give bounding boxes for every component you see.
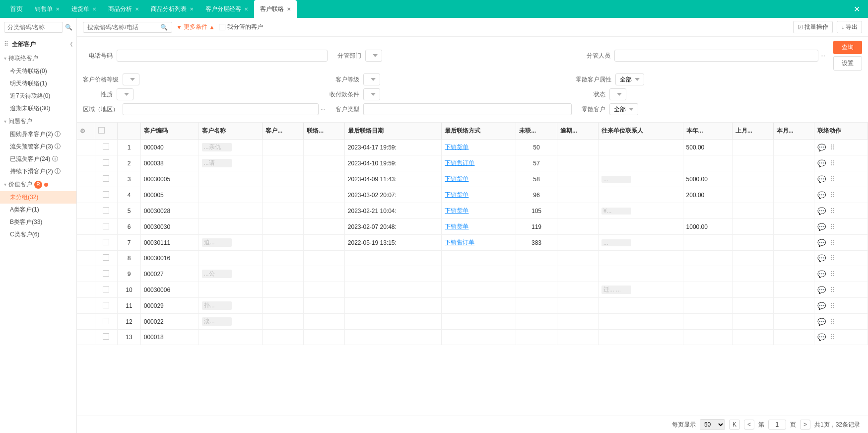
col-contact-header[interactable]: 联络... bbox=[303, 123, 344, 140]
page-input[interactable] bbox=[768, 420, 786, 430]
col-last-contact-method-header[interactable]: 最后联络方式 bbox=[442, 123, 516, 140]
row-checkbox[interactable] bbox=[103, 175, 109, 182]
close-icon[interactable]: ✕ bbox=[56, 6, 60, 12]
col-code-header[interactable]: 客户编码 bbox=[140, 123, 199, 140]
close-icon[interactable]: ✕ bbox=[190, 6, 194, 12]
customer-level-select[interactable] bbox=[363, 73, 380, 85]
price-level-select[interactable] bbox=[123, 73, 139, 85]
message-icon[interactable]: 💬 bbox=[817, 318, 826, 326]
nature-select[interactable] bbox=[117, 88, 134, 100]
col-not-contacted-header[interactable]: 未联... bbox=[516, 123, 557, 140]
export-button[interactable]: ↓ 导出 bbox=[837, 21, 862, 33]
col-overdue-header[interactable]: 逾期... bbox=[557, 123, 598, 140]
message-icon[interactable]: 💬 bbox=[817, 286, 826, 294]
message-icon[interactable]: 💬 bbox=[817, 191, 826, 199]
query-button[interactable]: 查询 bbox=[833, 41, 862, 54]
customer-type-input[interactable] bbox=[363, 103, 572, 115]
row-checkbox[interactable] bbox=[103, 302, 109, 308]
more-action-icon[interactable]: ⠿ bbox=[830, 191, 835, 199]
more-action-icon[interactable]: ⠿ bbox=[830, 144, 835, 151]
row-checkbox[interactable] bbox=[103, 270, 109, 277]
sidebar-group-problem[interactable]: ▾ 问题客户 bbox=[0, 115, 76, 128]
sidebar-group-pending[interactable]: ▾ 待联络客户 bbox=[0, 52, 76, 65]
nav-tab-customer-contact[interactable]: 客户联络 ✕ bbox=[254, 0, 297, 18]
more-action-icon[interactable]: ⠿ bbox=[830, 302, 835, 310]
contact-method-link[interactable]: 下销货单 bbox=[445, 223, 468, 230]
nav-tab-sales[interactable]: 销售单 ✕ bbox=[29, 0, 66, 18]
close-icon[interactable]: ✕ bbox=[287, 6, 291, 12]
sidebar-item-a-class[interactable]: A类客户(1) bbox=[0, 204, 76, 216]
row-checkbox[interactable] bbox=[103, 318, 109, 324]
more-action-icon[interactable]: ⠿ bbox=[830, 223, 835, 231]
more-icon[interactable]: ··· bbox=[820, 52, 825, 59]
col-contact-person-header[interactable]: 往来单位联系人 bbox=[598, 123, 683, 140]
sidebar-item-c-class[interactable]: C类客户(6) bbox=[0, 228, 76, 241]
col-type-header[interactable]: 客户... bbox=[263, 123, 304, 140]
close-icon[interactable]: ✕ bbox=[135, 6, 139, 12]
sidebar-group-value[interactable]: ▾ 价值客户 R bbox=[0, 178, 76, 191]
per-page-select[interactable]: 50 100 bbox=[700, 419, 725, 430]
message-icon[interactable]: 💬 bbox=[817, 254, 826, 262]
nav-tab-purchase[interactable]: 进货单 ✕ bbox=[66, 0, 102, 18]
contact-method-link[interactable]: 下销售订单 bbox=[445, 159, 474, 166]
message-icon[interactable]: 💬 bbox=[817, 270, 826, 278]
more-action-icon[interactable]: ⠿ bbox=[830, 254, 835, 262]
row-checkbox[interactable] bbox=[103, 254, 109, 261]
nav-home[interactable]: 首页 bbox=[4, 4, 29, 13]
col-this-month-header[interactable]: 本月... bbox=[773, 123, 814, 140]
row-checkbox[interactable] bbox=[103, 159, 109, 166]
message-icon[interactable]: 💬 bbox=[817, 302, 826, 310]
sidebar-all-customers[interactable]: ⠿ 全部客户 《 bbox=[0, 37, 76, 52]
manager-input[interactable] bbox=[614, 50, 818, 62]
nav-tab-product-analysis-list[interactable]: 商品分析列表 ✕ bbox=[145, 0, 200, 18]
contact-method-link[interactable]: 下销货单 bbox=[445, 175, 468, 182]
search-icon[interactable]: 🔍 bbox=[160, 24, 168, 31]
col-settings[interactable]: ⚙ bbox=[77, 123, 95, 140]
more-action-icon[interactable]: ⠿ bbox=[830, 270, 835, 278]
sidebar-item-churned[interactable]: 已流失客户(24) ⓘ bbox=[0, 153, 76, 165]
more-action-icon[interactable]: ⠿ bbox=[830, 239, 835, 247]
row-checkbox[interactable] bbox=[103, 191, 109, 198]
settings-icon[interactable]: ⚙ bbox=[80, 128, 85, 135]
select-all-checkbox[interactable] bbox=[98, 127, 105, 134]
message-icon[interactable]: 💬 bbox=[817, 159, 826, 167]
phone-input[interactable] bbox=[117, 50, 328, 62]
sidebar-search-input[interactable] bbox=[4, 22, 63, 33]
message-icon[interactable]: 💬 bbox=[817, 223, 826, 231]
sidebar-item-b-class[interactable]: B类客户(33) bbox=[0, 216, 76, 228]
reset-button[interactable]: 设置 bbox=[833, 56, 862, 71]
row-checkbox[interactable] bbox=[103, 239, 109, 245]
sidebar-item-tomorrow[interactable]: 明天待联络(1) bbox=[0, 77, 76, 90]
sidebar-item-abnormal[interactable]: 囤购异常客户(2) ⓘ bbox=[0, 128, 76, 141]
contact-method-link[interactable]: 下销货单 bbox=[445, 191, 468, 198]
more-action-icon[interactable]: ⠿ bbox=[830, 159, 835, 167]
region-input[interactable] bbox=[123, 103, 319, 115]
row-checkbox[interactable] bbox=[103, 333, 109, 340]
contact-method-link[interactable]: 下销货单 bbox=[445, 144, 468, 150]
collapse-button[interactable]: 《 bbox=[67, 41, 72, 48]
search-input[interactable] bbox=[87, 24, 160, 31]
row-checkbox[interactable] bbox=[103, 286, 109, 292]
nav-tab-product-analysis[interactable]: 商品分析 ✕ bbox=[102, 0, 145, 18]
window-close-button[interactable]: ✕ bbox=[850, 4, 864, 14]
col-last-contact-date-header[interactable]: 最后联络日期 bbox=[344, 123, 442, 140]
department-select[interactable] bbox=[365, 50, 382, 62]
close-icon[interactable]: ✕ bbox=[92, 6, 96, 12]
contact-method-link[interactable]: 下销货单 bbox=[445, 207, 468, 214]
my-customers-toggle[interactable]: 我分管的客户 bbox=[219, 23, 263, 31]
row-checkbox[interactable] bbox=[103, 207, 109, 214]
sidebar-item-churn-warning[interactable]: 流失预警客户(3) ⓘ bbox=[0, 141, 76, 153]
message-icon[interactable]: 💬 bbox=[817, 144, 826, 151]
message-icon[interactable]: 💬 bbox=[817, 175, 826, 183]
more-action-icon[interactable]: ⠿ bbox=[830, 333, 835, 341]
row-checkbox[interactable] bbox=[103, 144, 109, 150]
region-more-icon[interactable]: ··· bbox=[321, 106, 326, 113]
col-name-header[interactable]: 客户名称 bbox=[199, 123, 263, 140]
search-icon[interactable]: 🔍 bbox=[65, 24, 72, 31]
payment-terms-select[interactable] bbox=[363, 88, 380, 100]
more-action-icon[interactable]: ⠿ bbox=[830, 286, 835, 294]
sidebar-item-today[interactable]: 今天待联络(0) bbox=[0, 65, 76, 77]
sidebar-item-7days[interactable]: 近7天待联络(0) bbox=[0, 90, 76, 102]
contact-method-link[interactable]: 下销售订单 bbox=[445, 239, 474, 246]
scattered-attr-select[interactable]: 全部 bbox=[615, 73, 644, 85]
